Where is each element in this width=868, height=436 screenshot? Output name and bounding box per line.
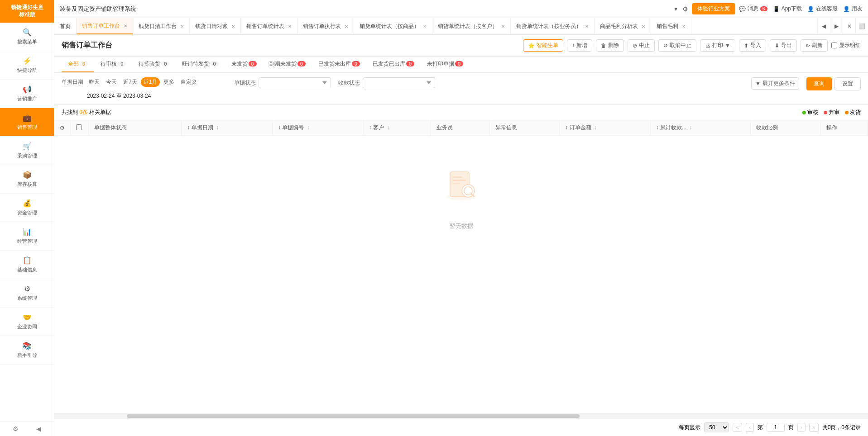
date-filter-btn-更多[interactable]: 更多: [161, 77, 177, 87]
tab-close-sales-stat-by-staff[interactable]: ✕: [585, 24, 589, 29]
date-filter-btn-今天[interactable]: 今天: [103, 77, 120, 87]
topbar-dropdown-icon[interactable]: ▼: [673, 6, 679, 12]
subtab-all[interactable]: 全部0: [62, 57, 94, 72]
sidebar-item-system[interactable]: ⚙系统管理: [0, 279, 54, 308]
experience-btn[interactable]: 体验行业方案: [692, 3, 735, 14]
sidebar-item-marketing[interactable]: 📢营销推广: [0, 80, 54, 108]
tab-cash-daily[interactable]: 钱货日清工作台✕: [133, 18, 190, 34]
export-btn[interactable]: ⬇ 导出: [770, 39, 797, 52]
next-page-btn[interactable]: ›: [797, 423, 806, 432]
tab-close-sales-order-exec[interactable]: ✕: [345, 24, 348, 29]
tab-close-sales-stat-by-product[interactable]: ✕: [423, 24, 427, 29]
filter-row-1: 单据日期 昨天今天近7天近1月更多自定义 单据状态 收款状态 ▼: [62, 77, 861, 90]
tab-close-sales-order-stat[interactable]: ✕: [288, 24, 292, 29]
subtab-pending-review[interactable]: 待审核0: [94, 57, 132, 72]
count-link[interactable]: 0条: [79, 109, 88, 115]
sidebar-item-purchase[interactable]: 🛒采购管理: [0, 137, 54, 165]
sidebar-collapse-btn[interactable]: ◀: [36, 425, 41, 432]
date-filter-btn-近1月[interactable]: 近1月: [141, 77, 160, 87]
scrollbar-thumb[interactable]: [127, 414, 580, 418]
subtab-shipped-not-out[interactable]: 已发货未出库0: [312, 57, 366, 72]
smart-generate-btn[interactable]: ⭐ 智能生单: [523, 39, 563, 52]
stop-btn[interactable]: ⊘ 中止: [628, 39, 655, 52]
subtab-pending-inspect[interactable]: 待拣验货0: [132, 57, 176, 72]
date-filter-btn-近7天[interactable]: 近7天: [120, 77, 140, 87]
tab-home[interactable]: 首页: [54, 18, 77, 34]
date-filter-btn-昨天[interactable]: 昨天: [86, 77, 102, 87]
status-filter-select[interactable]: [259, 77, 331, 88]
sidebar-item-cooperation[interactable]: 🤝企业协同: [0, 308, 54, 336]
settings-filter-btn[interactable]: 设置: [834, 77, 861, 90]
sidebar-item-operation[interactable]: 📊经营管理: [0, 222, 54, 251]
tab-prev-btn[interactable]: ◀: [817, 18, 830, 34]
sidebar-item-finance[interactable]: 💰资金管理: [0, 194, 54, 222]
tab-close-cash-daily[interactable]: ✕: [180, 24, 184, 29]
th-collected[interactable]: ↕ 累计收款... ↕: [650, 120, 751, 136]
subtab-expired-not-shipped[interactable]: 到期未发货0: [263, 57, 312, 72]
tab-next-btn[interactable]: ▶: [830, 18, 843, 34]
payment-filter-select[interactable]: [363, 77, 435, 88]
tab-close-sales-order[interactable]: ✕: [124, 24, 127, 28]
show-detail-input[interactable]: [831, 43, 837, 48]
user-action[interactable]: 👤 用友: [843, 5, 863, 13]
sidebar-settings-btn[interactable]: ⚙: [13, 425, 19, 432]
tab-close-product-margin[interactable]: ✕: [642, 24, 645, 29]
th-customer[interactable]: ↕ 客户 ↕: [363, 120, 431, 136]
service-icon: 👤: [807, 6, 814, 12]
table-action-review[interactable]: 审核: [802, 109, 818, 116]
print-btn[interactable]: 🖨 打印 ▼: [700, 39, 735, 52]
tab-sales-order-stat[interactable]: 销售订单统计表✕: [241, 18, 297, 34]
sidebar-item-search[interactable]: 🔍搜索菜单: [0, 23, 54, 51]
sidebar-item-sales[interactable]: 💼销售管理: [0, 108, 54, 137]
tab-maximize-btn[interactable]: ⬜: [855, 18, 868, 34]
th-date[interactable]: ↕ 单据日期 ↕: [182, 120, 273, 136]
tab-close-sales-profit[interactable]: ✕: [682, 24, 686, 29]
select-all-checkbox[interactable]: [76, 124, 82, 130]
sidebar-item-basic-info[interactable]: 📋基础信息: [0, 251, 54, 279]
th-number[interactable]: ↕ 单据编号 ↕: [273, 120, 364, 136]
sidebar-item-shortcut[interactable]: ⚡快捷导航: [0, 51, 54, 80]
table-action-ship[interactable]: 发货: [845, 109, 861, 116]
table-action-cancel-review[interactable]: 弃审: [824, 109, 839, 116]
add-btn[interactable]: + 新增: [567, 39, 592, 52]
subtab-not-shipped[interactable]: 未发货0: [225, 57, 263, 72]
date-filter-btn-自定义[interactable]: 自定义: [178, 77, 200, 87]
expand-filter-btn[interactable]: ▼ 展开更多条件: [751, 77, 799, 90]
page-input[interactable]: [767, 423, 785, 432]
topbar-settings-icon[interactable]: ⚙: [682, 5, 688, 13]
tab-cash-reconcile[interactable]: 钱货日清对账✕: [190, 18, 241, 34]
th-checkbox[interactable]: [71, 120, 89, 136]
tab-sales-profit[interactable]: 销售毛利✕: [651, 18, 691, 34]
tab-product-margin[interactable]: 商品毛利分析表✕: [595, 18, 651, 34]
show-detail-checkbox[interactable]: 显示明细: [831, 42, 861, 49]
app-download-action[interactable]: 📱 App下载: [773, 5, 802, 13]
tab-sales-order[interactable]: 销售订单工作台✕: [77, 18, 133, 34]
tab-sales-stat-by-customer[interactable]: 销货单统计表（按客户）✕: [432, 18, 511, 34]
prev-page-btn[interactable]: ‹: [746, 423, 754, 432]
tab-sales-stat-by-staff[interactable]: 销货单统计表（按业务员）✕: [511, 18, 595, 34]
tab-close-cash-reconcile[interactable]: ✕: [231, 24, 235, 29]
last-page-btn[interactable]: »: [809, 423, 819, 432]
cancel-stop-btn[interactable]: ↺ 取消中止: [658, 39, 696, 52]
tab-close-all-btn[interactable]: ✕: [843, 18, 855, 34]
query-btn[interactable]: 查询: [806, 77, 832, 90]
th-setting[interactable]: ⚙: [54, 120, 71, 136]
import-btn[interactable]: ⬆ 导入: [739, 39, 766, 52]
th-amount[interactable]: ↕ 订单金额 ↕: [560, 120, 651, 136]
tab-sales-order-exec[interactable]: 销售订单执行表✕: [297, 18, 354, 34]
subtab-not-printed[interactable]: 未打印单据0: [421, 57, 470, 72]
page-size-select[interactable]: 50 100 200: [704, 422, 729, 432]
delete-btn[interactable]: 🗑 删除: [596, 39, 624, 52]
subtab-wangpu-pending[interactable]: 旺铺待发货0: [176, 57, 225, 72]
tab-sales-stat-by-product[interactable]: 销货单统计表（按商品）✕: [354, 18, 432, 34]
first-page-btn[interactable]: «: [733, 423, 742, 432]
table-scroll-area[interactable]: ⚙ 单据整体状态 ↕ 单据日期 ↕ ↕ 单据编号 ↕ ↕ 客户 ↕ 业务员 异常…: [54, 120, 868, 413]
tab-close-sales-stat-by-customer[interactable]: ✕: [501, 24, 505, 29]
online-service-action[interactable]: 👤 在线客服: [807, 5, 838, 13]
refresh-btn[interactable]: ↻ 刷新: [801, 39, 828, 52]
subtab-shipped-out[interactable]: 已发货已出库0: [366, 57, 421, 72]
messages-action[interactable]: 💬 消息 6: [739, 5, 767, 13]
scrollbar-area[interactable]: [54, 413, 868, 418]
sidebar-item-guide[interactable]: 📚新手引导: [0, 336, 54, 365]
sidebar-item-inventory[interactable]: 📦库存核算: [0, 165, 54, 194]
